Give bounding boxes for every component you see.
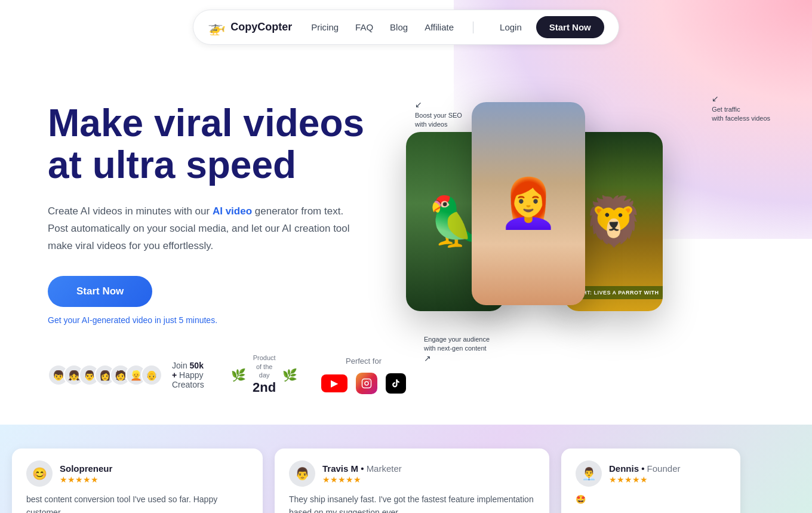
svg-point-2 bbox=[368, 380, 370, 382]
svg-point-1 bbox=[365, 382, 368, 385]
review-header-1: 😊 Solopreneur ★★★★★ bbox=[26, 460, 248, 487]
nav-faq[interactable]: FAQ bbox=[355, 22, 373, 32]
tiktok-icon[interactable] bbox=[386, 373, 406, 394]
reviewer-avatar-3: 👨‍💼 bbox=[576, 460, 602, 487]
reviewer-name-1: Solopreneur bbox=[60, 463, 112, 474]
perfect-for: Perfect for ▶ bbox=[321, 357, 406, 394]
hero-description: Create AI videos in minutes with our AI … bbox=[48, 203, 358, 255]
review-card-2: 👨 Travis M • Marketer ★★★★★ They ship in… bbox=[275, 449, 549, 513]
hero-phones: ↙ Boost your SEO with videos ↙ Get traff… bbox=[406, 90, 764, 401]
annotation-seo: ↙ Boost your SEO with videos bbox=[415, 99, 462, 129]
review-card-3: 👨‍💼 Dennis • Founder ★★★★★ 🤩 bbox=[561, 449, 740, 513]
nav-links: Pricing FAQ Blog Affiliate bbox=[311, 22, 454, 32]
hero-subtext[interactable]: Get your AI-generated video in just 5 mi… bbox=[48, 315, 406, 325]
product-day-text: Product of the day 2nd bbox=[251, 354, 278, 396]
hero-section: Make viral videos at ultra speed Create … bbox=[0, 54, 812, 425]
social-icons: ▶ bbox=[321, 373, 406, 394]
nav-actions: Login Start Now bbox=[493, 16, 604, 38]
nav-affiliate[interactable]: Affiliate bbox=[425, 22, 454, 32]
logo-link[interactable]: 🚁 CopyCopter bbox=[208, 19, 292, 36]
start-now-hero-button[interactable]: Start Now bbox=[48, 276, 152, 307]
happy-creators: 👦 👧 👨 👩 🧑 👱 👴 Join 50k + Happy Creators bbox=[48, 361, 207, 389]
review-stars-2: ★★★★★ bbox=[322, 475, 402, 484]
social-proof: 👦 👧 👨 👩 🧑 👱 👴 Join 50k + Happy Creators … bbox=[48, 354, 406, 396]
reviewer-name-2: Travis M • Marketer bbox=[322, 463, 402, 474]
avatars-group: 👦 👧 👨 👩 🧑 👱 👴 bbox=[48, 364, 162, 386]
logo-icon: 🚁 bbox=[208, 19, 226, 36]
reviewer-avatar-2: 👨 bbox=[289, 460, 315, 487]
navbar: 🚁 CopyCopter Pricing FAQ Blog Affiliate … bbox=[0, 0, 812, 54]
laurel-right-icon: 🌿 bbox=[282, 368, 297, 382]
avatar-7: 👴 bbox=[141, 364, 162, 386]
review-text-1: best content conversion tool I've used s… bbox=[26, 493, 248, 513]
review-card-1: 😊 Solopreneur ★★★★★ best content convers… bbox=[12, 449, 263, 513]
brand-name: CopyCopter bbox=[230, 21, 292, 33]
reviews-row-1: 😊 Solopreneur ★★★★★ best content convers… bbox=[0, 449, 812, 513]
nav-divider bbox=[473, 21, 473, 33]
hero-left: Make viral videos at ultra speed Create … bbox=[48, 90, 406, 397]
review-text-3: 🤩 bbox=[576, 493, 726, 506]
review-header-3: 👨‍💼 Dennis • Founder ★★★★★ bbox=[576, 460, 726, 487]
reviews-section: 😊 Solopreneur ★★★★★ best content convers… bbox=[0, 425, 812, 513]
annotation-traffic: ↙ Get traffic with faceless videos bbox=[712, 93, 770, 123]
review-text-2: They ship insanely fast. I've got the fa… bbox=[289, 493, 535, 513]
youtube-icon[interactable]: ▶ bbox=[321, 374, 347, 392]
perfect-for-label: Perfect for bbox=[346, 357, 382, 365]
reviewer-name-3: Dennis • Founder bbox=[609, 463, 680, 474]
svg-rect-0 bbox=[362, 379, 371, 388]
laurel-left-icon: 🌿 bbox=[231, 368, 246, 382]
review-header-2: 👨 Travis M • Marketer ★★★★★ bbox=[289, 460, 535, 487]
join-text: Join 50k + Happy Creators bbox=[172, 361, 207, 389]
nav-container: 🚁 CopyCopter Pricing FAQ Blog Affiliate … bbox=[193, 10, 619, 45]
review-stars-1: ★★★★★ bbox=[60, 475, 112, 484]
start-now-nav-button[interactable]: Start Now bbox=[536, 16, 604, 38]
instagram-icon[interactable] bbox=[356, 373, 377, 394]
phone-girl: 👩‍🦰 bbox=[472, 102, 585, 305]
product-of-day: 🌿 Product of the day 2nd 🌿 bbox=[231, 354, 297, 396]
annotation-engage: Engage your audience with next-gen conte… bbox=[424, 335, 490, 365]
nav-pricing[interactable]: Pricing bbox=[311, 22, 339, 32]
review-stars-3: ★★★★★ bbox=[609, 475, 680, 484]
hero-title: Make viral videos at ultra speed bbox=[48, 102, 406, 186]
login-button[interactable]: Login bbox=[493, 19, 529, 36]
nav-blog[interactable]: Blog bbox=[390, 22, 408, 32]
reviewer-avatar-1: 😊 bbox=[26, 460, 53, 487]
